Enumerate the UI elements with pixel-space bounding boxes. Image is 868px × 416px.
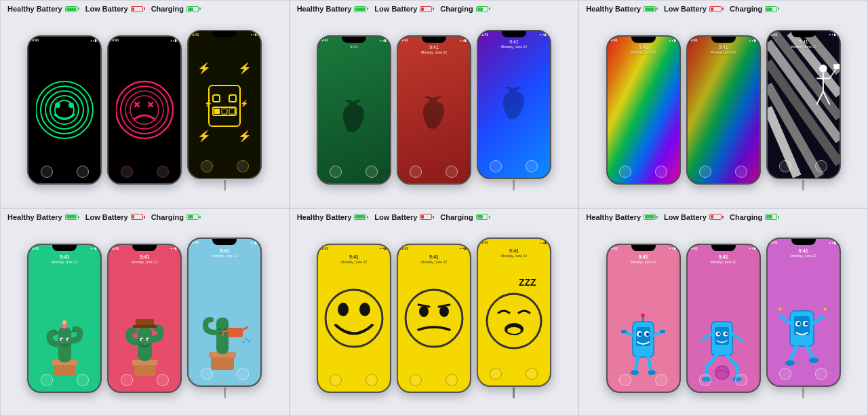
phone-healthy-2: 9:41▲▲▊ 9:41 [317,35,391,185]
section-1: Healthy Battery Low Battery Charging 9:4… [0,0,290,208]
svg-rect-29 [688,37,760,183]
low-battery-label-5: Low Battery [374,213,432,221]
low-battery-label-4: Low Battery [85,213,143,221]
healthy-battery-icon-1 [65,6,77,12]
svg-rect-95 [660,330,665,333]
svg-rect-43 [833,64,840,69]
low-battery-icon-1 [131,6,143,12]
low-battery-icon-2 [420,6,432,12]
svg-rect-28 [608,37,679,183]
healthy-battery-icon-3 [644,6,656,12]
svg-point-106 [717,333,720,335]
svg-point-76 [359,303,370,316]
section-6-header: Healthy Battery Low Battery Charging [586,213,861,221]
phones-row-5: 9:41▲▲▊ 9:41Monday, June 22 [297,225,572,412]
svg-point-71 [245,339,248,341]
phone-charging-3: 9:41▲▲▊ [766,30,841,191]
svg-point-77 [406,290,462,347]
svg-line-124 [814,316,823,323]
svg-point-10 [130,96,159,124]
svg-point-73 [243,341,245,343]
svg-point-7 [116,81,173,138]
phone-low-6: 9:41▲▲▊ 9:41Monday, June 22 [686,244,761,393]
svg-point-6 [68,102,74,108]
svg-text:⚡: ⚡ [240,99,249,108]
svg-text:★: ★ [778,306,783,312]
charging-label-6: Charging [730,213,777,221]
svg-point-83 [487,294,541,348]
low-battery-icon-4 [131,214,143,220]
phone-charging-4: 9:41▲▲▊ 9:41Monday, June 22 [187,238,262,398]
charging-label-3: Charging [730,5,777,13]
low-battery-label-3: Low Battery [664,5,722,13]
svg-point-51 [61,339,63,341]
svg-point-129 [785,360,795,366]
phones-row-2: 9:41▲▲▊ 9:41 [297,17,572,204]
charging-label-1: Charging [151,5,199,13]
svg-line-110 [707,356,717,366]
charging-label-5: Charging [440,213,488,221]
section-1-header: Healthy Battery Low Battery Charging [7,5,282,13]
healthy-battery-label-5: Healthy Battery [297,213,367,221]
svg-point-1 [41,86,88,134]
charging-icon-2 [476,6,488,12]
section-2: Healthy Battery Low Battery Charging 9:4… [290,0,579,208]
svg-point-72 [248,341,250,343]
charging-label-4: Charging [151,213,199,221]
svg-rect-21 [209,86,240,126]
phone-healthy-4: 9:41▲▲▊ 9:41Monday, June 22 [27,244,102,393]
svg-point-52 [67,339,69,341]
phone-low-5: 9:41▲▲▊ 9:41Monday, June 22 [397,244,471,393]
svg-point-107 [725,333,728,335]
charging-label-2: Charging [440,5,488,13]
svg-line-96 [635,357,638,371]
svg-point-55 [63,320,66,323]
svg-rect-23 [229,95,236,102]
section-3-header: Healthy Battery Low Battery Charging [586,5,861,13]
charging-icon-4 [186,214,199,220]
svg-point-85 [507,327,521,334]
charging-icon-6 [765,214,777,220]
svg-rect-69 [228,328,243,337]
phone-charging-2: 9:41▲▲▊ 9:41Monday, June 22 [477,30,551,191]
svg-point-90 [639,333,642,336]
svg-point-122 [804,322,808,326]
phones-row-3: 9:41▲▲▊ [586,17,861,204]
svg-text:⚡: ⚡ [238,130,252,143]
svg-rect-27 [229,109,235,114]
section-5-header: Healthy Battery Low Battery Charging [297,213,572,221]
svg-point-75 [338,303,349,316]
svg-point-2 [45,91,83,129]
svg-line-97 [648,357,651,371]
low-battery-icon-3 [709,6,722,12]
phone-low-3: 9:41▲▲▊ [686,35,761,185]
svg-rect-25 [214,109,220,114]
svg-line-123 [781,316,790,323]
phones-row-6: 9:41▲▲▊ 9:41Monday, June 22 [586,225,861,412]
svg-point-80 [419,306,429,317]
svg-line-128 [807,346,814,358]
svg-point-121 [797,322,800,326]
healthy-battery-label-3: Healthy Battery [586,5,656,13]
phone-healthy-3: 9:41▲▲▊ [606,35,681,185]
low-battery-icon-5 [420,214,432,220]
section-2-header: Healthy Battery Low Battery Charging [297,5,572,13]
healthy-battery-icon-6 [644,214,656,220]
healthy-battery-label-2: Healthy Battery [297,5,367,13]
svg-text:ZZZ: ZZZ [519,277,536,288]
svg-point-101 [641,314,645,318]
section-5: Healthy Battery Low Battery Charging 9:4… [290,208,579,417]
svg-point-63 [141,339,143,341]
svg-text:★: ★ [823,306,827,312]
phone-low-1: 9:41▲▲▊ [107,35,182,185]
svg-text:⚡: ⚡ [197,130,211,143]
phone-healthy-5: 9:41▲▲▊ 9:41Monday, June 22 [317,244,391,393]
phones-row-1: 9:41▲▲▊ [7,17,282,204]
low-battery-icon-6 [709,214,722,220]
section-6: Healthy Battery Low Battery Charging 9:4… [578,208,868,417]
svg-rect-22 [213,95,220,102]
low-battery-label-6: Low Battery [664,213,722,221]
phone-healthy-1: 9:41▲▲▊ [27,35,102,185]
healthy-battery-icon-4 [65,214,77,220]
charging-icon-5 [476,214,488,220]
